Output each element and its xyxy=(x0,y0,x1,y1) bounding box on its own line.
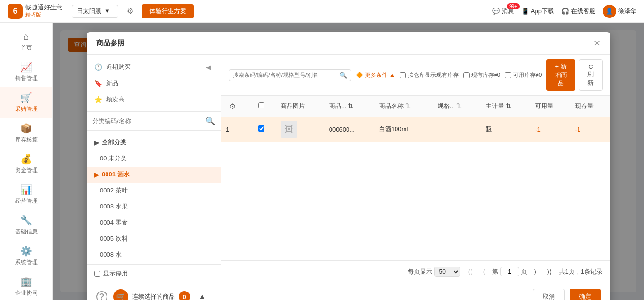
collapse-icon[interactable]: ◀ xyxy=(204,62,213,72)
cart-icon: 🛒 xyxy=(113,289,128,300)
add-product-btn[interactable]: + 新增商品 xyxy=(546,59,575,91)
modal-footer: ? 🛒 连续选择的商品 0 ▲ 取消 确定 xyxy=(87,283,610,300)
tab-frequent-label: 频次高 xyxy=(106,95,124,104)
page-input[interactable] xyxy=(500,267,519,276)
row-checkbox xyxy=(254,117,276,142)
checkbox-stock-nonzero[interactable]: 现有库存≠0 xyxy=(463,71,500,79)
sidebar-item-sales[interactable]: 📈 销售管理 xyxy=(0,57,52,87)
cart-area[interactable]: 🛒 连续选择的商品 0 xyxy=(113,289,190,300)
enterprise-icon: 🏢 xyxy=(20,276,32,287)
sort-code-icon: ⇅ xyxy=(348,102,353,109)
sidebar-label-sales: 销售管理 xyxy=(15,75,38,83)
category-item-0001[interactable]: ▶ 0001 酒水 xyxy=(87,167,221,183)
th-code[interactable]: 商品... ⇅ xyxy=(324,96,374,117)
table-row[interactable]: 1 🖼 000600... xyxy=(221,117,610,142)
more-filter-btn[interactable]: 🔶 更多条件 ▲ xyxy=(356,71,395,79)
sidebar-item-basic[interactable]: 🔧 基础信息 xyxy=(0,210,52,241)
avatar: 👤 xyxy=(603,5,616,18)
th-unit[interactable]: 主计量 ⇅ xyxy=(481,96,530,117)
category-item-0004[interactable]: 0004 零食 xyxy=(87,215,221,231)
tab-recent[interactable]: 🕐 近期购买 ◀ xyxy=(87,58,221,75)
modal-header: 商品参照 ✕ xyxy=(87,32,610,55)
th-stock: 现存量 xyxy=(570,96,610,117)
experience-btn[interactable]: 体验行业方案 xyxy=(142,4,194,18)
basic-icon: 🔧 xyxy=(20,215,32,226)
table-area: ⚙ 商品图片 商品... ⇅ xyxy=(221,96,610,260)
modal-title: 商品参照 xyxy=(96,39,124,48)
confirm-button[interactable]: 确定 xyxy=(570,289,601,300)
category-item-0002[interactable]: 0002 茶叶 xyxy=(87,183,221,199)
settings-icon[interactable]: ⚙ xyxy=(123,4,137,18)
sidebar-item-home[interactable]: ⌂ 首页 xyxy=(0,26,52,57)
checkbox-available-nonzero[interactable]: 可用库存≠0 xyxy=(505,71,542,79)
app-download-item[interactable]: 📱 App下载 xyxy=(521,7,554,16)
messages-item[interactable]: 💬 消息 99+ xyxy=(492,7,514,16)
category-item-0003[interactable]: 0003 水果 xyxy=(87,199,221,215)
sidebar-item-purchase[interactable]: 🛒 采购管理 xyxy=(0,87,52,118)
last-page-btn[interactable]: ⟩⟩ xyxy=(543,266,555,278)
cart-count: 0 xyxy=(179,291,190,300)
page-size-select: 每页显示 50 10 20 100 xyxy=(408,267,460,277)
th-image: 商品图片 xyxy=(276,96,324,117)
tab-new-label: 新品 xyxy=(106,79,118,88)
category-item-all[interactable]: ▶ 全部分类 xyxy=(87,134,221,150)
next-page-btn[interactable]: ⟩ xyxy=(529,266,541,278)
footer-buttons: 取消 确定 xyxy=(533,289,601,300)
close-icon[interactable]: ✕ xyxy=(594,39,601,48)
category-list: ▶ 全部分类 00 未分类 ▶ 0001 酒水 0002 茶叶 xyxy=(87,131,221,264)
cart-label: 连续选择的商品 xyxy=(132,292,175,300)
sidebar-label-basic: 基础信息 xyxy=(15,228,38,236)
checkbox-warehouse-input[interactable] xyxy=(400,72,406,78)
select-all-checkbox[interactable] xyxy=(258,102,264,108)
filter-icon: 🔶 xyxy=(356,72,363,78)
sidebar-item-operations[interactable]: 📊 经营管理 xyxy=(0,179,52,210)
tab-frequent[interactable]: ⭐ 频次高 xyxy=(87,92,221,108)
help-icon[interactable]: ? xyxy=(96,291,107,300)
prev-page-btn[interactable]: ⟨ xyxy=(478,266,490,278)
sidebar-item-system[interactable]: ⚙️ 系统管理 xyxy=(0,241,52,271)
row-select-checkbox[interactable] xyxy=(258,125,264,132)
search-icon[interactable]: 🔍 xyxy=(339,72,347,79)
sidebar-item-inventory[interactable]: 📦 库存核算 xyxy=(0,118,52,149)
product-search-input[interactable] xyxy=(233,72,337,78)
page-size-dropdown[interactable]: 50 10 20 100 xyxy=(434,267,460,277)
checkbox-available-nonzero-input[interactable] xyxy=(505,72,511,78)
clock-icon: 🕐 xyxy=(94,63,102,71)
user-item[interactable]: 👤 徐泽华 xyxy=(603,5,636,18)
sidebar-item-enterprise[interactable]: 🏢 企业协同 xyxy=(0,271,52,300)
expand-icon: ▶ xyxy=(94,139,99,146)
category-0003-label: 0003 水果 xyxy=(100,203,128,210)
th-name[interactable]: 商品名称 ⇅ xyxy=(374,96,433,117)
product-table: ⚙ 商品图片 商品... ⇅ xyxy=(221,96,610,142)
checkbox-warehouse[interactable]: 按仓库显示现有库存 xyxy=(400,71,459,79)
category-search-input[interactable] xyxy=(92,117,202,125)
show-disabled-checkbox[interactable] xyxy=(94,271,100,277)
sidebar-item-finance[interactable]: 💰 资金管理 xyxy=(0,149,52,179)
th-spec[interactable]: 规格... ⇅ xyxy=(433,96,481,117)
category-0005-label: 0005 饮料 xyxy=(100,235,128,242)
first-page-btn[interactable]: ⟨⟨ xyxy=(464,266,476,278)
category-item-0008[interactable]: 0008 水 xyxy=(87,247,221,263)
checkbox-stock-nonzero-input[interactable] xyxy=(463,72,470,78)
row-index: 1 xyxy=(221,117,254,142)
sidebar-label-operations: 经营管理 xyxy=(15,197,38,205)
inventory-icon: 📦 xyxy=(20,123,32,134)
tab-new[interactable]: 🔖 新品 xyxy=(87,75,221,92)
category-search-icon[interactable]: 🔍 xyxy=(206,117,215,125)
sort-spec-icon: ⇅ xyxy=(456,102,462,109)
cancel-button[interactable]: 取消 xyxy=(533,289,565,300)
category-item-00[interactable]: 00 未分类 xyxy=(87,150,221,167)
table-toolbar: 🔍 🔶 更多条件 ▲ 按仓库显示现有库存 xyxy=(221,55,610,96)
service-item[interactable]: 🎧 在线客服 xyxy=(561,7,595,16)
filter-label: 更多条件 xyxy=(365,71,388,79)
show-disabled-row: 显示停用 xyxy=(87,264,221,283)
fold-icon[interactable]: ▲ xyxy=(196,290,209,300)
company-dropdown[interactable]: 日太阳膜 ▼ xyxy=(72,5,118,18)
page-size-label: 每页显示 xyxy=(408,267,432,276)
category-0004-label: 0004 零食 xyxy=(100,219,128,226)
column-settings-icon[interactable]: ⚙ xyxy=(226,100,239,113)
th-checkbox xyxy=(254,96,276,117)
sidebar-label-system: 系统管理 xyxy=(15,258,38,267)
refresh-btn[interactable]: C 刷新 xyxy=(579,59,603,91)
category-item-0005[interactable]: 0005 饮料 xyxy=(87,231,221,247)
